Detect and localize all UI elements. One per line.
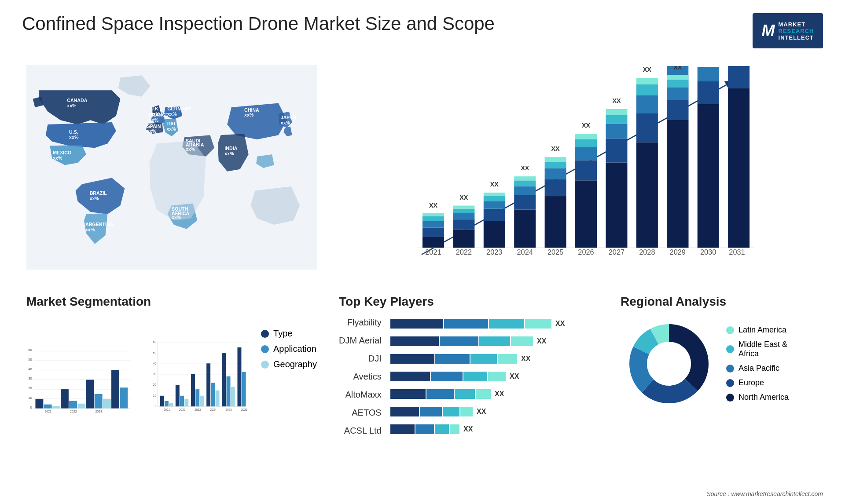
- svg-text:2021: 2021: [44, 410, 51, 413]
- svg-rect-201: [455, 389, 475, 399]
- svg-rect-72: [606, 139, 627, 162]
- svg-text:XX: XX: [477, 408, 486, 415]
- svg-text:XX: XX: [521, 164, 529, 172]
- svg-text:2022: 2022: [179, 408, 186, 411]
- svg-rect-129: [52, 406, 60, 408]
- svg-text:XX: XX: [551, 145, 560, 152]
- svg-rect-162: [184, 399, 188, 406]
- svg-rect-99: [667, 120, 688, 248]
- application-legend-label: Application: [273, 344, 316, 354]
- svg-text:xx%: xx%: [166, 126, 176, 131]
- svg-rect-75: [606, 109, 627, 115]
- svg-rect-166: [200, 396, 204, 406]
- legend-item-application: Application: [261, 344, 317, 354]
- svg-rect-212: [450, 424, 459, 434]
- type-legend-label: Type: [273, 329, 292, 339]
- world-map: CANADA xx% U.S. xx% MEXICO xx% BRAZIL xx…: [26, 62, 317, 273]
- svg-text:XX: XX: [643, 66, 652, 73]
- svg-rect-172: [222, 353, 226, 406]
- svg-rect-169: [211, 383, 215, 406]
- application-legend-dot: [261, 345, 269, 353]
- svg-rect-80: [636, 84, 658, 95]
- svg-text:MEXICO: MEXICO: [53, 150, 71, 155]
- asia-pacific-dot: [726, 365, 734, 373]
- svg-text:2026: 2026: [241, 408, 248, 411]
- svg-rect-211: [435, 424, 449, 434]
- svg-rect-51: [484, 193, 505, 196]
- svg-rect-205: [420, 407, 442, 416]
- player-altomaxx: AltoMaxx: [339, 390, 382, 400]
- svg-rect-56: [514, 180, 536, 186]
- svg-text:XX: XX: [429, 202, 438, 209]
- europe-dot: [726, 379, 734, 387]
- regional-section: Regional Analysis: [612, 290, 823, 504]
- svg-rect-191: [470, 354, 497, 364]
- svg-rect-109: [728, 88, 749, 248]
- svg-text:xx%: xx%: [149, 117, 159, 123]
- svg-rect-158: [169, 403, 173, 406]
- svg-rect-137: [103, 399, 111, 409]
- svg-text:2029: 2029: [670, 248, 686, 256]
- svg-text:2030: 2030: [700, 248, 716, 256]
- svg-rect-74: [606, 115, 627, 124]
- svg-point-219: [649, 344, 689, 383]
- svg-text:XX: XX: [612, 97, 621, 104]
- map-section: CANADA xx% U.S. xx% MEXICO xx% BRAZIL xx…: [22, 57, 321, 286]
- svg-rect-200: [426, 389, 454, 399]
- asia-pacific-label: Asia Pacific: [738, 364, 779, 373]
- player-flyability: Flyability: [339, 318, 382, 328]
- svg-text:SPAIN: SPAIN: [147, 124, 161, 129]
- svg-text:XX: XX: [537, 337, 547, 345]
- svg-rect-54: [514, 195, 536, 210]
- svg-rect-77: [636, 142, 658, 248]
- svg-text:30: 30: [28, 376, 32, 380]
- latin-america-dot: [726, 326, 734, 334]
- main-grid: CANADA xx% U.S. xx% MEXICO xx% BRAZIL xx…: [22, 57, 823, 504]
- seg-chart-svg: 0 10 20 30 40 50 60: [26, 315, 133, 438]
- svg-text:INDIA: INDIA: [224, 146, 237, 151]
- svg-text:2025: 2025: [225, 408, 232, 411]
- svg-rect-206: [443, 407, 459, 416]
- seg-chart-wrapper: 0 10 20 30 40 50 60: [26, 315, 317, 438]
- key-players-title: Top Key Players: [339, 295, 594, 309]
- svg-rect-60: [545, 179, 566, 196]
- svg-text:xx%: xx%: [186, 146, 195, 152]
- svg-text:10: 10: [28, 396, 32, 400]
- svg-rect-48: [484, 209, 505, 221]
- svg-rect-160: [176, 385, 180, 406]
- header: Confined Space Inspection Drone Market S…: [22, 13, 823, 48]
- svg-text:XX: XX: [582, 122, 591, 129]
- svg-rect-170: [216, 391, 220, 406]
- svg-text:FRANCE: FRANCE: [149, 112, 169, 117]
- svg-text:2027: 2027: [609, 248, 625, 256]
- svg-text:U.S.: U.S.: [69, 129, 78, 135]
- svg-text:GERMANY: GERMANY: [167, 106, 191, 111]
- svg-rect-179: [390, 319, 443, 329]
- regional-title: Regional Analysis: [621, 295, 814, 309]
- svg-text:U.K.: U.K.: [150, 106, 159, 111]
- svg-rect-47: [484, 221, 505, 248]
- svg-rect-50: [484, 196, 505, 201]
- svg-text:xx%: xx%: [224, 151, 234, 156]
- svg-rect-135: [86, 380, 94, 408]
- north-america-dot: [726, 394, 734, 402]
- svg-rect-165: [195, 389, 199, 406]
- svg-rect-100: [667, 100, 688, 120]
- svg-text:BRAZIL: BRAZIL: [90, 190, 107, 196]
- svg-rect-192: [498, 354, 517, 364]
- svg-rect-63: [545, 157, 566, 161]
- svg-text:2025: 2025: [547, 248, 563, 256]
- svg-rect-55: [514, 186, 536, 195]
- player-aetos: AETOS: [339, 408, 382, 418]
- svg-rect-194: [390, 372, 430, 381]
- svg-text:60: 60: [153, 340, 156, 343]
- svg-rect-49: [484, 201, 505, 208]
- svg-text:20: 20: [28, 386, 32, 390]
- svg-rect-128: [44, 405, 52, 409]
- logo-box: M MARKET RESEARCH INTELLECT: [753, 13, 823, 48]
- logo-line3: INTELLECT: [779, 34, 814, 41]
- legend-latin-america: Latin America: [726, 325, 789, 335]
- svg-text:2028: 2028: [639, 248, 655, 256]
- svg-rect-176: [237, 347, 241, 406]
- middle-east-africa-dot: [726, 345, 734, 353]
